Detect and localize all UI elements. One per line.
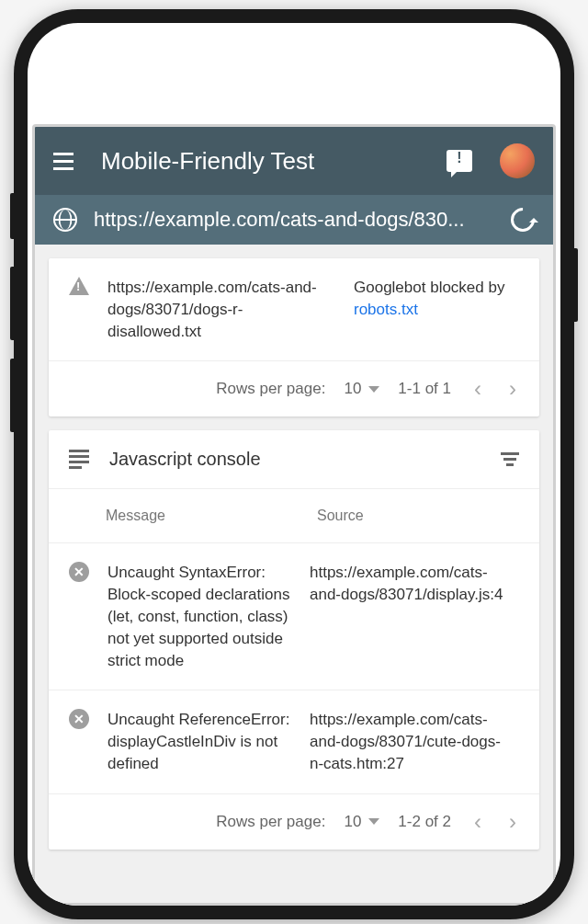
phone-side-button: [10, 267, 14, 340]
page-title: Mobile-Friendly Test: [101, 147, 419, 176]
phone-side-button: [574, 248, 578, 322]
status-text: Googlebot blocked by: [354, 279, 504, 296]
column-header-message: Message: [106, 508, 299, 524]
section-title: Javascript console: [109, 449, 481, 470]
robots-link[interactable]: robots.txt: [354, 301, 418, 318]
table-header: Message Source: [49, 489, 539, 543]
rows-per-page-select[interactable]: 10: [344, 813, 379, 831]
next-page-button[interactable]: ›: [504, 376, 521, 402]
console-card: Javascript console Message Source ✕ Unc: [49, 430, 539, 849]
app-header: Mobile-Friendly Test https://example.com…: [35, 127, 553, 245]
console-source: https://example.com/cats-and-dogs/83071/…: [310, 562, 512, 671]
feedback-icon[interactable]: [447, 150, 472, 172]
globe-icon: [53, 208, 77, 232]
rows-per-page-label: Rows per page:: [216, 813, 325, 831]
section-header: Javascript console: [49, 430, 539, 489]
phone-side-button: [10, 193, 14, 239]
table-row: ✕ Uncaught SyntaxError: Block-scoped dec…: [49, 543, 539, 690]
console-message: Uncaught ReferenceError: displayCastleIn…: [107, 709, 291, 774]
console-message: Uncaught SyntaxError: Block-scoped decla…: [107, 562, 291, 671]
error-icon: ✕: [69, 709, 89, 774]
chevron-down-icon: [368, 818, 379, 825]
rows-per-page-value: 10: [344, 380, 361, 398]
app-viewport: Mobile-Friendly Test https://example.com…: [32, 124, 556, 906]
resource-url: https://example.com/cats-and-dogs/83071/…: [107, 277, 335, 342]
table-row: https://example.com/cats-and-dogs/83071/…: [49, 258, 539, 361]
rows-per-page-select[interactable]: 10: [344, 380, 379, 398]
resources-card: https://example.com/cats-and-dogs/83071/…: [49, 258, 539, 416]
phone-screen: Mobile-Friendly Test https://example.com…: [28, 23, 560, 906]
url-bar: https://example.com/cats-and-dogs/830...: [35, 195, 553, 245]
chevron-down-icon: [368, 386, 379, 393]
page-range: 1-2 of 2: [398, 813, 451, 831]
warning-icon: [69, 277, 89, 342]
reload-icon[interactable]: [506, 203, 540, 237]
rows-per-page-value: 10: [344, 813, 361, 831]
filter-icon[interactable]: [501, 452, 519, 466]
rows-per-page-label: Rows per page:: [216, 380, 325, 398]
content-area: https://example.com/cats-and-dogs/83071/…: [35, 258, 553, 850]
pagination: Rows per page: 10 1-1 of 1 ‹ ›: [49, 361, 539, 416]
header-top: Mobile-Friendly Test: [35, 127, 553, 195]
menu-icon[interactable]: [53, 153, 74, 170]
resource-status: Googlebot blocked by robots.txt: [354, 277, 519, 342]
column-header-source: Source: [317, 508, 519, 524]
url-input[interactable]: https://example.com/cats-and-dogs/830...: [94, 208, 494, 232]
next-page-button[interactable]: ›: [504, 809, 521, 835]
page-range: 1-1 of 1: [398, 380, 451, 398]
avatar[interactable]: [500, 143, 535, 178]
subject-icon: [69, 450, 89, 469]
table-row: ✕ Uncaught ReferenceError: displayCastle…: [49, 690, 539, 793]
pagination: Rows per page: 10 1-2 of 2 ‹ ›: [49, 794, 539, 850]
prev-page-button[interactable]: ‹: [469, 809, 486, 835]
prev-page-button[interactable]: ‹: [469, 376, 486, 402]
phone-frame: Mobile-Friendly Test https://example.com…: [14, 9, 574, 919]
console-source: https://example.com/cats-and-dogs/83071/…: [310, 709, 512, 774]
error-icon: ✕: [69, 562, 89, 671]
phone-side-button: [10, 359, 14, 432]
